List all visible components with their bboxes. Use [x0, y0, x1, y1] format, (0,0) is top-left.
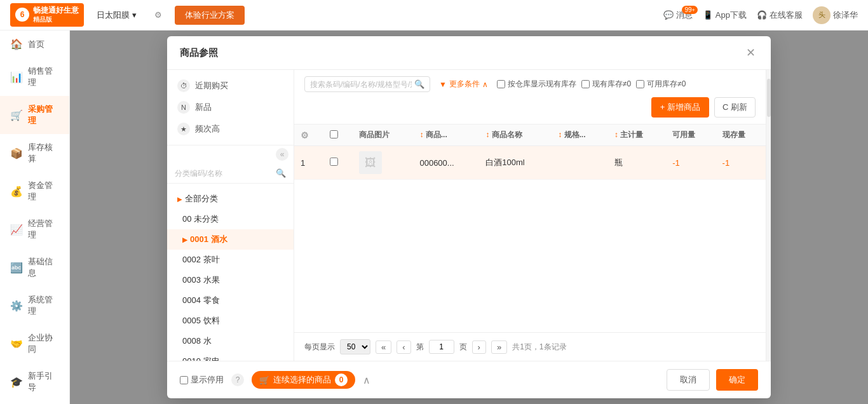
th-gear: ⚙: [294, 125, 323, 146]
cat-item-liquor[interactable]: ▶ 0001 酒水: [167, 229, 294, 250]
cat-item-appliance[interactable]: 0010 家电: [167, 351, 294, 361]
row-available: -1: [666, 146, 715, 180]
gear-icon[interactable]: ⚙: [301, 130, 309, 140]
sidebar-item-apps[interactable]: 📱 应用中心: [0, 401, 69, 404]
main-content: 商品参照 ✕ ⏱ 近期购买 N: [70, 30, 868, 404]
cart-icon: 🛒: [259, 375, 269, 385]
quick-item-frequent[interactable]: ★ 频次高: [167, 118, 294, 140]
footer-collapse-icon[interactable]: ∧: [363, 374, 370, 386]
message-nav-item[interactable]: 💬 消息 99+: [663, 10, 693, 21]
modal-header: 商品参照 ✕: [167, 36, 771, 70]
store-selector[interactable]: 日太阳膜 ▾: [92, 7, 142, 24]
cat-item-fruit[interactable]: 0003 水果: [167, 270, 294, 290]
sidebar-item-base-info[interactable]: 🔤 基础信息: [0, 248, 69, 286]
show-disabled-input[interactable]: [180, 376, 188, 384]
sidebar-label-system: 系统管理: [28, 294, 59, 317]
logo-sub-text: 精品版: [33, 15, 79, 24]
headset-icon: 🎧: [757, 10, 767, 20]
sidebar-item-enterprise[interactable]: 🤝 企业协同: [0, 325, 69, 363]
th-checkbox: [323, 125, 353, 146]
refresh-button[interactable]: C 刷新: [714, 97, 756, 118]
select-all-checkbox[interactable]: [330, 130, 338, 138]
cat-item-all[interactable]: ▶ 全部分类: [167, 189, 294, 209]
category-search-icon[interactable]: 🔍: [276, 168, 286, 178]
page-last-button[interactable]: »: [491, 340, 507, 354]
sidebar-item-guide[interactable]: 🎓 新手引导: [0, 363, 69, 401]
sort-icon-spec: ↕: [558, 130, 562, 139]
collapse-panel-button[interactable]: «: [276, 148, 288, 161]
sidebar-item-operations[interactable]: 📈 经营管理: [0, 210, 69, 248]
sidebar-item-finance[interactable]: 💰 资金管理: [0, 172, 69, 210]
by-warehouse-checkbox[interactable]: [497, 80, 505, 88]
sidebar-item-sales[interactable]: 📊 销售管理: [0, 58, 69, 96]
sidebar-label-finance: 资金管理: [28, 180, 59, 203]
logo-main-text: 畅捷通好生意: [33, 6, 79, 15]
available-not-zero-label: 现有库存≠0: [592, 79, 631, 90]
cancel-button[interactable]: 取消: [667, 369, 710, 391]
modal-scrollbar[interactable]: [766, 70, 771, 361]
experience-button[interactable]: 体验行业方案: [175, 6, 245, 25]
sidebar: 🏠 首页 📊 销售管理 🛒 采购管理 📦 库存核算 💰 资金管理 📈 经营管理 …: [0, 30, 70, 404]
more-conditions-button[interactable]: ▼ 更多条件 ∧: [435, 76, 492, 92]
category-list: ▶ 全部分类 00 未分类 ▶ 0001 酒水 0002 茶: [167, 184, 294, 361]
checkbox-by-warehouse[interactable]: 按仓库显示现有库存: [497, 79, 576, 90]
frequent-icon: ★: [177, 123, 190, 135]
cat-item-tea[interactable]: 0002 茶叶: [167, 250, 294, 270]
product-search-input[interactable]: [310, 80, 412, 89]
cat-label-beverage: 0005 饮料: [182, 315, 220, 327]
base-info-icon: 🔤: [10, 262, 23, 274]
show-disabled-checkbox[interactable]: 显示停用: [180, 374, 224, 386]
frequent-label: 频次高: [195, 123, 220, 135]
cart-button[interactable]: 🛒 连续选择的商品 0: [252, 371, 355, 389]
cat-item-beverage[interactable]: 0005 饮料: [167, 311, 294, 331]
cat-item-water[interactable]: 0008 水: [167, 331, 294, 351]
cat-label-uncategorized: 00 未分类: [182, 213, 219, 225]
checkbox-available-not-zero[interactable]: 现有库存≠0: [581, 79, 631, 90]
category-search-input[interactable]: [175, 169, 273, 178]
by-warehouse-label: 按仓库显示现有库存: [508, 79, 576, 90]
top-nav: 6 畅捷通好生意 精品版 日太阳膜 ▾ ⚙ 体验行业方案 💬 消息 99+ 📱 …: [0, 0, 868, 30]
usable-not-zero-checkbox[interactable]: [636, 80, 644, 88]
help-icon[interactable]: ?: [231, 374, 244, 386]
sidebar-label-inventory: 库存核算: [28, 142, 59, 165]
per-page-select[interactable]: 50: [340, 339, 370, 354]
cat-label-snack: 0004 零食: [182, 295, 220, 306]
guide-icon: 🎓: [10, 376, 23, 388]
settings-icon[interactable]: ⚙: [149, 6, 167, 24]
category-search: 🔍: [167, 163, 294, 184]
cat-item-snack[interactable]: 0004 零食: [167, 290, 294, 311]
sidebar-item-purchase[interactable]: 🛒 采购管理: [0, 96, 69, 134]
page-prev-button[interactable]: ‹: [397, 340, 410, 354]
checkbox-usable-not-zero[interactable]: 可用库存≠0: [636, 79, 686, 90]
cat-item-uncategorized[interactable]: 00 未分类: [167, 209, 294, 229]
operations-icon: 📈: [10, 224, 23, 236]
th-image: 商品图片: [353, 125, 413, 146]
row-select-checkbox[interactable]: [330, 158, 338, 166]
app-download-item[interactable]: 📱 App下载: [703, 10, 747, 21]
modal-close-button[interactable]: ✕: [743, 45, 758, 60]
online-service-item[interactable]: 🎧 在线客服: [757, 10, 803, 21]
page-next-button[interactable]: ›: [472, 340, 486, 354]
sidebar-label-sales: 销售管理: [28, 65, 59, 88]
enterprise-icon: 🤝: [10, 338, 23, 350]
modal-body: ⏱ 近期购买 N 新品 ★ 频次高: [167, 70, 771, 361]
sidebar-item-home[interactable]: 🏠 首页: [0, 30, 69, 58]
sort-icon-unit: ↕: [614, 130, 618, 139]
add-product-button[interactable]: + 新增商品: [651, 97, 709, 118]
table-row[interactable]: 1 🖼 000600... 白酒100ml: [294, 146, 766, 180]
quick-item-recent[interactable]: ⏱ 近期购买: [167, 75, 294, 97]
new-icon: N: [177, 101, 190, 114]
quick-item-new[interactable]: N 新品: [167, 97, 294, 118]
user-profile[interactable]: 头 徐泽华: [813, 6, 858, 24]
available-not-zero-checkbox[interactable]: [581, 80, 590, 88]
confirm-button[interactable]: 确定: [716, 369, 758, 391]
page-first-button[interactable]: «: [376, 340, 391, 354]
page-number-input[interactable]: [429, 340, 454, 354]
finance-icon: 💰: [10, 185, 23, 198]
th-stock: 现存量: [716, 125, 766, 146]
sidebar-item-system[interactable]: ⚙️ 系统管理: [0, 286, 69, 325]
cart-label: 连续选择的商品: [273, 374, 331, 386]
sidebar-item-inventory[interactable]: 📦 库存核算: [0, 134, 69, 172]
product-search-icon[interactable]: 🔍: [414, 79, 424, 89]
avatar: 头: [813, 6, 831, 24]
